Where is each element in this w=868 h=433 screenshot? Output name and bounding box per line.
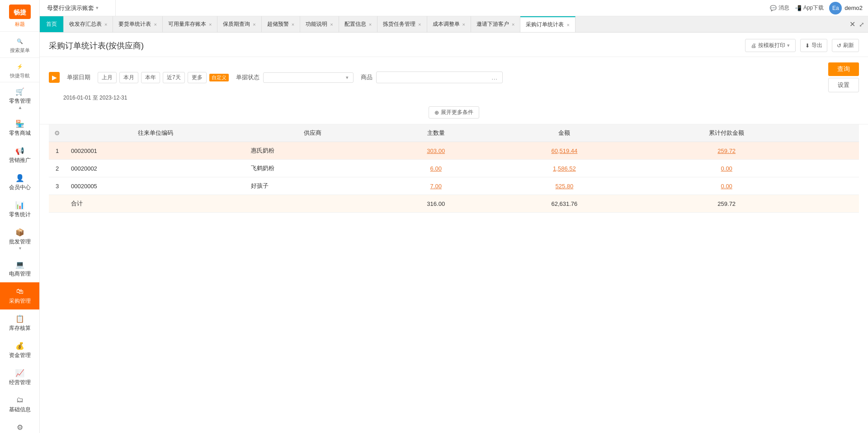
sidebar-item-basic[interactable]: 🗂 基础信息 (0, 391, 39, 418)
goods-more-icon[interactable]: … (491, 74, 498, 81)
tab-baoyuanqi[interactable]: 保质期查询 × (217, 16, 261, 32)
print-button[interactable]: 🖨 按模板打印 ▾ (745, 39, 796, 52)
tab-yaohuodanjiti[interactable]: 要货单统计表 × (113, 16, 162, 32)
filter-toggle-button[interactable]: ▶ (49, 72, 60, 83)
td-amount-1[interactable]: 60,519.44 (492, 142, 637, 160)
sidebar-item-quicknav[interactable]: ⚡ 快捷导航 (0, 58, 39, 82)
retail-arrow-icon: ▲ (18, 105, 23, 110)
tab-baoyuanqi-close-icon[interactable]: × (253, 22, 255, 27)
sidebar-item-marketing[interactable]: 📢 营销推广 (0, 142, 39, 169)
date-this-year-button[interactable]: 本年 (141, 72, 160, 83)
tabbar-close-icon[interactable]: ✕ (849, 20, 855, 29)
tab-yaohuodanjiti-close-icon[interactable]: × (154, 22, 156, 27)
th-empty (816, 124, 859, 142)
status-select[interactable]: ▾ (263, 72, 354, 83)
td-qty-2[interactable]: 6.00 (380, 160, 492, 177)
tabbar-actions: ✕ ⤢ (849, 20, 868, 29)
tab-gongneng[interactable]: 功能说明 × (300, 16, 339, 32)
sidebar-item-retailstore[interactable]: 🏪 零售商城 (0, 114, 39, 142)
tab-tui[interactable]: 拣货任务管理 × (377, 16, 427, 32)
td-num-1: 1 (49, 142, 66, 160)
query-button[interactable]: 查询 (828, 62, 859, 76)
tab-chaochuyujing[interactable]: 超储预警 × (262, 16, 300, 32)
date-this-month-button[interactable]: 本月 (119, 72, 138, 83)
goods-filter-group: 商品 … (361, 71, 503, 83)
tab-gongneng-close-icon[interactable]: × (330, 22, 333, 27)
tab-home-label: 首页 (46, 20, 57, 28)
tab-shoufafah-close-icon[interactable]: × (104, 22, 107, 27)
tab-peizhi[interactable]: 配置信息 × (339, 16, 377, 32)
operations-icon: 📈 (15, 368, 24, 377)
sidebar-finance-label: 资金管理 (9, 352, 31, 359)
refresh-button[interactable]: ↺ 刷新 (832, 39, 859, 52)
sidebar-item-system[interactable]: ⚙ 系统管理 (0, 418, 39, 433)
message-button[interactable]: 💬 消息 (770, 4, 789, 12)
message-icon: 💬 (770, 5, 777, 11)
workspace-selector[interactable]: 母婴行业演示账套 ▾ (43, 0, 116, 16)
custom-date-badge: 自定义 (209, 74, 229, 81)
sidebar-item-purchase[interactable]: 🛍 采购管理 (0, 282, 39, 309)
sidebar: 畅捷 标题 🔍 搜索菜单 ⚡ 快捷导航 🛒 零售管理 ▲ 🏪 零售商城 📢 营销… (0, 0, 40, 433)
tab-chengben-label: 成本调整单 (433, 20, 460, 28)
td-paid-2[interactable]: 0.00 (637, 160, 816, 177)
sidebar-basic-label: 基础信息 (9, 406, 31, 414)
tab-shoufafah[interactable]: 收发存汇总表 × (64, 16, 113, 32)
filter-row: ▶ 单据日期 上月 本月 本年 近7天 更多 自定义 单据状态 ▾ (49, 62, 859, 92)
sidebar-item-wholesale[interactable]: 📦 批发管理 ▾ (0, 223, 39, 255)
sidebar-search-label: 搜索菜单 (10, 47, 30, 54)
tab-keyongliang[interactable]: 可用量库存账本 × (163, 16, 217, 32)
sidebar-item-operations[interactable]: 📈 经营管理 (0, 364, 39, 391)
avatar: Ea (829, 2, 842, 14)
tab-peizhi-close-icon[interactable]: × (369, 22, 372, 27)
export-button[interactable]: ⬇ 导出 (800, 39, 827, 52)
tab-chaochuyujing-close-icon[interactable]: × (292, 22, 294, 27)
tabbar-restore-icon[interactable]: ⤢ (859, 21, 864, 28)
table-row[interactable]: 3 00020005 好孩子 7.00 525.80 0.00 (49, 177, 859, 195)
tab-caigou[interactable]: 采购订单统计表 × (520, 16, 575, 32)
footer-empty-2 (816, 195, 859, 213)
sidebar-item-inventory[interactable]: 📋 库存核算 (0, 309, 39, 337)
tab-tui-close-icon[interactable]: × (418, 22, 421, 27)
system-icon: ⚙ (15, 423, 24, 432)
sidebar-item-finance[interactable]: 💰 资金管理 (0, 337, 39, 364)
tab-home[interactable]: 首页 (40, 16, 64, 32)
tab-tui-label: 拣货任务管理 (383, 20, 415, 28)
td-paid-1[interactable]: 259.72 (637, 142, 816, 160)
sidebar-item-members[interactable]: 👤 会员中心 (0, 169, 39, 196)
date-more-button[interactable]: 更多 (188, 72, 207, 83)
tab-keyongliang-close-icon[interactable]: × (209, 22, 212, 27)
td-amount-2[interactable]: 1,586.52 (492, 160, 637, 177)
logo[interactable]: 畅捷 标题 (0, 0, 39, 32)
td-paid-3[interactable]: 0.00 (637, 177, 816, 195)
th-settings[interactable]: ⚙ (49, 124, 66, 142)
user-profile[interactable]: Ea demo2 (829, 2, 863, 14)
app-download-button[interactable]: 📲 App下载 (795, 4, 824, 12)
td-amount-3[interactable]: 525.80 (492, 177, 637, 195)
sidebar-retailstats-label: 零售统计 (9, 211, 31, 219)
user-name: demo2 (844, 5, 863, 11)
td-qty-1[interactable]: 303.00 (380, 142, 492, 160)
th-paid: 累计付款金额 (637, 124, 816, 142)
settings-button[interactable]: 设置 (828, 78, 859, 92)
tab-chengben-close-icon[interactable]: × (462, 22, 465, 27)
date-last-month-button[interactable]: 上月 (98, 72, 117, 83)
table-row[interactable]: 1 00020001 惠氏奶粉 303.00 60,519.44 259.72 (49, 142, 859, 160)
table-row[interactable]: 2 00020002 飞鹤奶粉 6.00 1,586.52 0.00 (49, 160, 859, 177)
tab-gongneng-label: 功能说明 (306, 20, 327, 28)
sidebar-operations-label: 经营管理 (9, 379, 31, 386)
tab-yaoqingxiayou-close-icon[interactable]: × (512, 22, 514, 27)
tab-caigou-close-icon[interactable]: × (566, 22, 569, 28)
tab-yaoqingxiayou[interactable]: 邀请下游客户 × (471, 16, 520, 32)
settings-icon[interactable]: ⚙ (54, 129, 60, 137)
date-7days-button[interactable]: 近7天 (163, 72, 185, 83)
td-qty-3[interactable]: 7.00 (380, 177, 492, 195)
sidebar-item-search[interactable]: 🔍 搜索菜单 (0, 32, 39, 58)
expand-button[interactable]: ⊕ 展开更多条件 (429, 106, 479, 119)
sidebar-item-retail[interactable]: 🛒 零售管理 ▲ (0, 82, 39, 114)
sidebar-item-retailstats[interactable]: 📊 零售统计 (0, 196, 39, 223)
tab-chengben[interactable]: 成本调整单 × (427, 16, 471, 32)
print-icon: 🖨 (751, 43, 756, 49)
tab-caigou-label: 采购订单统计表 (526, 21, 564, 29)
sidebar-item-ecommerce[interactable]: 💻 电商管理 (0, 255, 39, 282)
goods-input[interactable]: … (376, 71, 503, 83)
